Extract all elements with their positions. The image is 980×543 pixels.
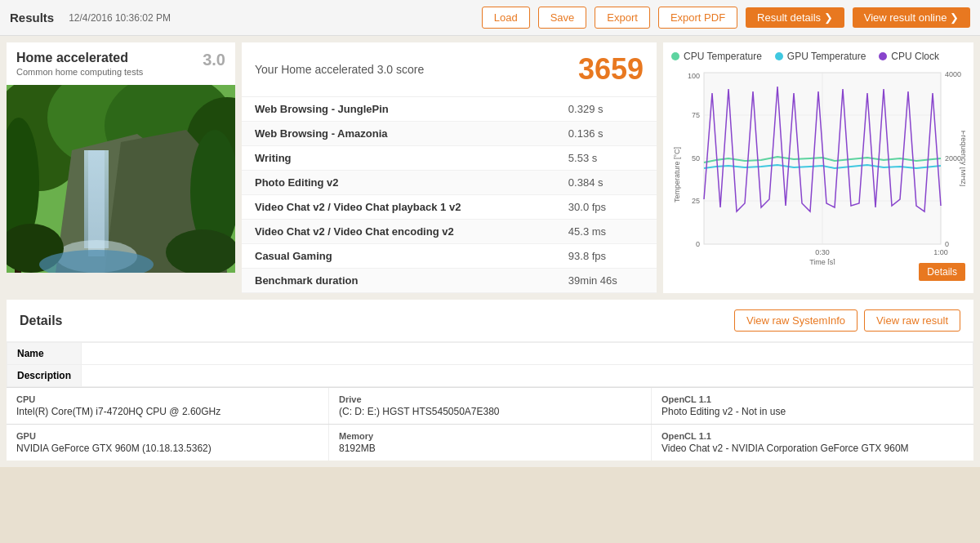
legend-label: CPU Temperature [684,51,762,62]
top-bar: Results 12/4/2016 10:36:02 PM Load Save … [0,0,980,36]
svg-text:4000: 4000 [945,70,961,78]
opencl2-value: Video Chat v2 - NVIDIA Corporation GeFor… [662,443,964,454]
top-section: Home accelerated Common home computing t… [7,42,973,293]
gpu-value: NVIDIA GeForce GTX 960M (10.18.13.5362) [16,443,318,454]
benchmark-header: Home accelerated Common home computing t… [7,42,235,85]
svg-text:Time [s]: Time [s] [809,258,835,265]
benchmark-subtitle: Common home computing tests [16,67,143,77]
result-value: 39min 46s [555,269,657,293]
svg-text:2000: 2000 [945,154,961,162]
details-header: Details View raw SystemInfo View raw res… [7,300,973,342]
result-name: Web Browsing - JunglePin [242,97,555,122]
save-button[interactable]: Save [538,7,587,29]
table-row: Video Chat v2 / Video Chat encoding v245… [242,220,657,244]
legend-dot [775,52,783,60]
left-panel: Home accelerated Common home computing t… [7,42,235,293]
legend-item: CPU Temperature [671,51,762,62]
legend-dot [671,52,679,60]
chart-details-button[interactable]: Details [919,263,965,281]
legend-item: GPU Temperature [775,51,866,62]
result-name: Casual Gaming [242,244,555,269]
benchmark-image [7,85,235,273]
score-row: Your Home accelerated 3.0 score 3659 [242,42,657,97]
score-value: 3659 [578,52,644,87]
details-section: Details View raw SystemInfo View raw res… [7,300,973,461]
memory-section: Memory 8192MB [329,425,652,461]
opencl2-label: OpenCL 1.1 [662,431,964,441]
hardware-section: CPU Intel(R) Core(TM) i7-4720HQ CPU @ 2.… [7,387,973,424]
legend-dot [879,52,887,60]
view-sysinfo-button[interactable]: View raw SystemInfo [734,309,858,332]
view-result-online-button[interactable]: View result online ❯ [853,7,970,28]
svg-text:0: 0 [945,240,949,248]
details-meta-table: Name Description [7,342,973,387]
result-value: 0.329 s [555,97,657,122]
table-row: Writing5.53 s [242,146,657,171]
result-name: Photo Editing v2 [242,171,555,195]
result-value: 45.3 ms [555,220,657,244]
svg-text:Frequency [MHz]: Frequency [MHz] [960,131,965,187]
gpu-section: GPU NVIDIA GeForce GTX 960M (10.18.13.53… [7,425,329,461]
legend-label: CPU Clock [891,51,939,62]
opencl2-section: OpenCL 1.1 Video Chat v2 - NVIDIA Corpor… [652,425,973,461]
result-name: Benchmark duration [242,269,555,293]
svg-text:25: 25 [692,197,700,205]
result-value: 0.384 s [555,171,657,195]
name-value [82,343,973,365]
result-value: 93.8 fps [555,244,657,269]
result-value: 5.53 s [555,146,657,171]
center-panel: Your Home accelerated 3.0 score 3659 Web… [242,42,657,293]
result-name: Writing [242,146,555,171]
chart-area: 0 25 50 75 100 0 2000 4000 0:30 1:00 Tem… [671,69,965,281]
table-row: Casual Gaming93.8 fps [242,244,657,269]
chart-legend: CPU TemperatureGPU TemperatureCPU Clock [671,51,965,62]
results-title: Results [10,11,54,24]
name-header: Name [17,348,44,359]
legend-label: GPU Temperature [787,51,866,62]
svg-text:1:00: 1:00 [933,248,948,256]
svg-text:50: 50 [692,154,700,162]
details-buttons: View raw SystemInfo View raw result [734,309,960,332]
cpu-label: CPU [16,394,318,404]
benchmark-title: Home accelerated [16,51,143,65]
result-name: Video Chat v2 / Video Chat encoding v2 [242,220,555,244]
drive-section: Drive (C: D: E:) HGST HTS545050A7E380 [329,388,652,424]
result-value: 30.0 fps [555,195,657,220]
result-value: 0.136 s [555,122,657,146]
table-row: Web Browsing - Amazonia0.136 s [242,122,657,146]
drive-label: Drive [339,394,641,404]
results-date: 12/4/2016 10:36:02 PM [69,12,171,24]
result-name: Web Browsing - Amazonia [242,122,555,146]
description-header: Description [17,370,71,381]
result-details-button[interactable]: Result details ❯ [746,7,844,28]
memory-value: 8192MB [339,443,641,454]
chart-svg: 0 25 50 75 100 0 2000 4000 0:30 1:00 Tem… [671,69,965,265]
cpu-section: CPU Intel(R) Core(TM) i7-4720HQ CPU @ 2.… [7,388,329,424]
view-result-button[interactable]: View raw result [864,309,960,332]
chart-panel: CPU TemperatureGPU TemperatureCPU Clock … [663,42,973,293]
main-content: Home accelerated Common home computing t… [0,36,980,467]
benchmark-version: 3.0 [203,51,225,69]
svg-text:75: 75 [692,111,700,119]
score-label: Your Home accelerated 3.0 score [255,63,424,76]
table-row: Video Chat v2 / Video Chat playback 1 v2… [242,195,657,220]
opencl1-label: OpenCL 1.1 [662,394,964,404]
opencl1-section: OpenCL 1.1 Photo Editing v2 - Not in use [652,388,973,424]
memory-label: Memory [339,431,641,441]
svg-text:0: 0 [696,240,700,248]
svg-text:Temperature [°C]: Temperature [°C] [673,147,681,203]
opencl1-value: Photo Editing v2 - Not in use [662,406,964,417]
svg-text:0:30: 0:30 [815,248,830,256]
legend-item: CPU Clock [879,51,939,62]
table-row: Benchmark duration39min 46s [242,269,657,293]
svg-text:100: 100 [688,72,700,80]
details-title: Details [20,314,62,328]
cpu-value: Intel(R) Core(TM) i7-4720HQ CPU @ 2.60GH… [16,406,318,417]
export-button[interactable]: Export [595,7,650,29]
results-table: Web Browsing - JunglePin0.329 sWeb Brows… [242,97,657,293]
description-value [82,365,973,387]
hardware-section-2: GPU NVIDIA GeForce GTX 960M (10.18.13.53… [7,424,973,461]
export-pdf-button[interactable]: Export PDF [658,7,737,29]
table-row: Web Browsing - JunglePin0.329 s [242,97,657,122]
load-button[interactable]: Load [482,7,530,29]
